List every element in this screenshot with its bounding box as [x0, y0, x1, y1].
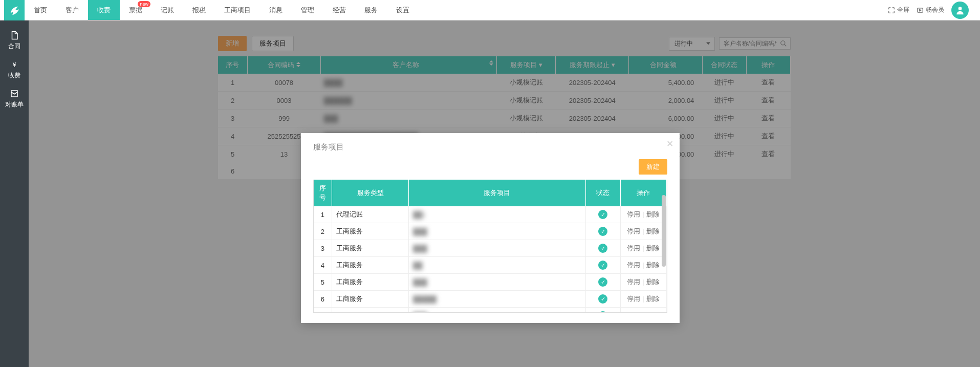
- sidebar-item-1[interactable]: ¥收费: [0, 56, 29, 85]
- sidebar-item-0[interactable]: 合同: [0, 27, 29, 56]
- sidebar: 合同¥收费对账单: [0, 20, 29, 367]
- disable-link[interactable]: 停用: [627, 261, 640, 269]
- mcell-op: 停用|删除: [620, 257, 666, 274]
- avatar[interactable]: [951, 2, 969, 19]
- topnav-item-1[interactable]: 客户: [56, 0, 88, 20]
- modal-row: 1代理记账██1✓停用|删除: [314, 206, 667, 223]
- mcell-status: ✓: [585, 274, 620, 291]
- disable-link[interactable]: 停用: [627, 295, 640, 303]
- new-button[interactable]: 新建: [639, 159, 667, 175]
- delete-link[interactable]: 删除: [646, 210, 660, 218]
- mcell-type: 工商服务: [332, 308, 409, 313]
- modal-table-wrap: 序号 服务类型 服务项目 状态 操作 1代理记账██1✓停用|删除2工商服务██…: [313, 180, 667, 313]
- topnav-label: 服务: [364, 6, 378, 15]
- mcell-status: ✓: [585, 240, 620, 257]
- check-icon: ✓: [598, 210, 607, 219]
- mcell-type: 工商服务: [332, 223, 409, 240]
- disable-link[interactable]: 停用: [627, 278, 640, 286]
- check-icon: ✓: [598, 244, 607, 253]
- topnav-label: 工商项目: [224, 6, 251, 15]
- mcell-project: █████: [409, 291, 586, 308]
- file-icon: [10, 31, 19, 40]
- modal-row: 2工商服务███✓停用|删除: [314, 223, 667, 240]
- delete-link[interactable]: 删除: [646, 295, 660, 303]
- topnav: 首页客户收费票据new记账报税工商项目消息管理经营服务设置: [25, 0, 419, 20]
- topnav-label: 收费: [97, 6, 111, 15]
- topnav-item-2[interactable]: 收费: [88, 0, 120, 20]
- mcell-op: 停用|删除: [620, 206, 666, 223]
- receipt-icon: [10, 89, 19, 98]
- check-icon: ✓: [598, 277, 607, 287]
- mcell-project: ███: [409, 274, 586, 291]
- logo[interactable]: [4, 0, 25, 20]
- member-label: 畅会员: [926, 6, 944, 14]
- topnav-label: 记账: [161, 6, 174, 15]
- topnav-item-0[interactable]: 首页: [25, 0, 56, 20]
- mcell-op: 停用|删除: [620, 240, 666, 257]
- topnav-item-8[interactable]: 管理: [292, 0, 323, 20]
- mcell-seq: 2: [314, 223, 332, 240]
- topnav-label: 报税: [192, 6, 206, 15]
- topbar: 首页客户收费票据new记账报税工商项目消息管理经营服务设置 全屏 畅会员: [0, 0, 980, 20]
- mcell-seq: 1: [314, 206, 332, 223]
- sidebar-label: 对账单: [5, 100, 24, 109]
- topnav-item-7[interactable]: 消息: [260, 0, 292, 20]
- mcell-status: ✓: [585, 223, 620, 240]
- close-icon[interactable]: ×: [667, 137, 673, 150]
- mcell-status: ✓: [585, 291, 620, 308]
- mcell-op: 停用|删除: [620, 291, 666, 308]
- topnav-item-6[interactable]: 工商项目: [215, 0, 260, 20]
- mcell-type: 工商服务: [332, 291, 409, 308]
- mcell-op: 停用|删除: [620, 274, 666, 291]
- mcell-status: ✓: [585, 257, 620, 274]
- mth-op: 操作: [620, 180, 666, 206]
- modal-header: 服务项目: [301, 133, 680, 156]
- topnav-label: 客户: [66, 6, 79, 15]
- delete-link[interactable]: 删除: [646, 244, 660, 252]
- disable-link[interactable]: 停用: [627, 312, 640, 313]
- disable-link[interactable]: 停用: [627, 244, 640, 252]
- mcell-project: ██1: [409, 206, 586, 223]
- mcell-type: 工商服务: [332, 274, 409, 291]
- modal-row: 4工商服务██✓停用|删除: [314, 257, 667, 274]
- sidebar-label: 合同: [8, 42, 20, 51]
- modal-row: 5工商服务███✓停用|删除: [314, 274, 667, 291]
- topnav-item-9[interactable]: 经营: [323, 0, 355, 20]
- fullscreen-icon: [888, 7, 895, 14]
- user-icon: [955, 5, 965, 15]
- mcell-op: 停用|删除: [620, 223, 666, 240]
- mcell-seq: 5: [314, 274, 332, 291]
- svg-text:¥: ¥: [12, 61, 16, 69]
- topnav-item-5[interactable]: 报税: [183, 0, 215, 20]
- modal-row: 7工商服务███✓停用|删除: [314, 308, 667, 313]
- mcell-seq: 7: [314, 308, 332, 313]
- mth-status: 状态: [585, 180, 620, 206]
- mcell-project: ██: [409, 257, 586, 274]
- topnav-item-4[interactable]: 记账: [151, 0, 183, 20]
- member-button[interactable]: 畅会员: [917, 6, 944, 14]
- check-icon: ✓: [598, 294, 607, 304]
- play-icon: [917, 7, 924, 14]
- topnav-item-11[interactable]: 设置: [387, 0, 419, 20]
- delete-link[interactable]: 删除: [646, 227, 660, 235]
- mcell-project: ███: [409, 240, 586, 257]
- delete-link[interactable]: 删除: [646, 261, 660, 269]
- fullscreen-button[interactable]: 全屏: [888, 6, 909, 14]
- topnav-label: 经营: [333, 6, 346, 15]
- mcell-status: ✓: [585, 206, 620, 223]
- check-icon: ✓: [598, 261, 607, 270]
- disable-link[interactable]: 停用: [627, 210, 640, 218]
- check-icon: ✓: [598, 227, 607, 236]
- topnav-item-10[interactable]: 服务: [355, 0, 387, 20]
- sidebar-item-2[interactable]: 对账单: [0, 85, 29, 114]
- scrollbar[interactable]: [662, 195, 666, 267]
- topnav-item-3[interactable]: 票据new: [120, 0, 151, 20]
- topnav-label: 消息: [269, 6, 282, 15]
- fullscreen-label: 全屏: [897, 6, 909, 14]
- mcell-type: 工商服务: [332, 257, 409, 274]
- disable-link[interactable]: 停用: [627, 227, 640, 235]
- delete-link[interactable]: 删除: [646, 312, 660, 313]
- delete-link[interactable]: 删除: [646, 278, 660, 286]
- new-badge: new: [138, 1, 150, 7]
- yen-icon: ¥: [10, 60, 19, 69]
